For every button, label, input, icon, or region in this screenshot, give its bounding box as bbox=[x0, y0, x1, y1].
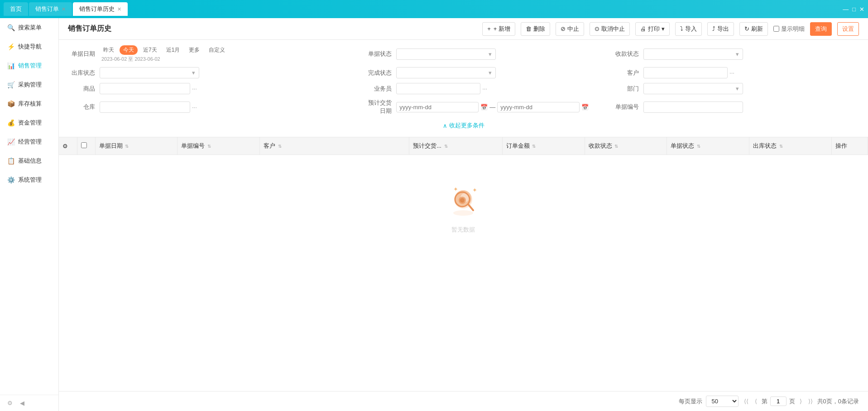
page-label: 页 bbox=[789, 397, 795, 406]
select-all-checkbox[interactable] bbox=[81, 142, 87, 148]
date-tab-last-month[interactable]: 近1月 bbox=[163, 45, 184, 55]
sort-bill-status-icon[interactable]: ⇅ bbox=[697, 144, 700, 149]
warehouse-input[interactable] bbox=[100, 102, 190, 113]
import-icon: ⤵ bbox=[680, 25, 683, 32]
th-operation: 操作 bbox=[832, 137, 868, 155]
close-btn[interactable]: ✕ bbox=[859, 6, 864, 13]
next-page-btn[interactable]: ⟩ bbox=[798, 397, 804, 406]
date-label: 单据日期 bbox=[68, 50, 100, 58]
sidebar-item-search-menu[interactable]: 🔍 搜索菜单 bbox=[0, 18, 58, 37]
display-toggle[interactable]: 显示明细 bbox=[773, 25, 805, 33]
out-status-select[interactable]: ▾ bbox=[100, 67, 199, 78]
import-button[interactable]: ⤵ 导入 bbox=[675, 22, 702, 36]
sidebar-item-purchase-mgmt[interactable]: 🛒 采购管理 bbox=[0, 75, 58, 94]
customer-picker-btn[interactable]: ··· bbox=[729, 69, 734, 76]
th-settings[interactable]: ⚙ bbox=[59, 137, 77, 155]
sort-customer-icon[interactable]: ⇅ bbox=[278, 144, 282, 149]
refresh-button[interactable]: ↻ 刷新 bbox=[739, 22, 768, 36]
operations-icon: 📈 bbox=[7, 138, 14, 145]
cancel-stop-button[interactable]: ⊙ 取消中止 bbox=[590, 22, 630, 36]
delivery-date-from[interactable] bbox=[396, 102, 479, 112]
customer-input[interactable] bbox=[643, 67, 728, 78]
delivery-date-from-calendar[interactable]: 📅 bbox=[480, 104, 488, 111]
settings-button[interactable]: 设置 bbox=[837, 22, 859, 36]
delete-button[interactable]: 🗑 删除 bbox=[521, 22, 550, 36]
goods-picker-btn[interactable]: ··· bbox=[192, 85, 197, 92]
sidebar-item-operations[interactable]: 📈 经营管理 bbox=[0, 132, 58, 151]
warehouse-picker-btn[interactable]: ··· bbox=[192, 104, 197, 111]
delivery-date-to[interactable] bbox=[497, 102, 580, 112]
svg-point-5 bbox=[460, 198, 465, 203]
page-size-select[interactable]: 50 10 20 100 bbox=[706, 396, 739, 407]
receipt-status-select[interactable]: ▾ bbox=[643, 48, 743, 60]
prev-page-btn[interactable]: ⟨ bbox=[753, 397, 759, 406]
sidebar-item-sales-mgmt[interactable]: 📊 销售管理 bbox=[0, 56, 58, 75]
print-button[interactable]: 🖨 打印 ▾ bbox=[635, 22, 670, 36]
sort-bill-no-icon[interactable]: ⇅ bbox=[207, 144, 211, 149]
bill-status-label: 单据状态 bbox=[364, 50, 396, 58]
new-button[interactable]: + + 新增 bbox=[482, 22, 515, 36]
dept-label: 部门 bbox=[612, 85, 643, 93]
filter-area: 单据日期 昨天 今天 近7天 近1月 更多 自定义 2023-06-02 至 2… bbox=[59, 40, 868, 137]
sort-date-icon[interactable]: ⇅ bbox=[125, 144, 129, 149]
customer-label: 客户 bbox=[612, 69, 643, 77]
collapse-button[interactable]: ∧ 收起更多条件 bbox=[443, 120, 484, 131]
sidebar-item-sys-mgmt[interactable]: ⚙️ 系统管理 bbox=[0, 170, 58, 189]
dept-select[interactable]: ▾ bbox=[643, 83, 743, 94]
date-tab-custom[interactable]: 自定义 bbox=[205, 45, 229, 55]
page-number-input[interactable] bbox=[770, 396, 786, 406]
display-detail-checkbox[interactable] bbox=[773, 26, 779, 32]
tab-sales-history[interactable]: 销售订单历史 ✕ bbox=[73, 2, 128, 16]
date-tab-yesterday[interactable]: 昨天 bbox=[100, 45, 118, 55]
sort-out-status-icon[interactable]: ⇅ bbox=[779, 144, 783, 149]
main-content: 销售订单历史 + + 新增 🗑 删除 ⊘ 中止 ⊙ 取消中止 bbox=[59, 18, 868, 411]
th-check[interactable] bbox=[77, 137, 95, 155]
first-page-btn[interactable]: ⟨⟨ bbox=[742, 397, 750, 406]
date-tab-today[interactable]: 今天 bbox=[120, 45, 138, 55]
delete-icon: 🗑 bbox=[526, 25, 532, 32]
sidebar-item-quick-nav[interactable]: ⚡ 快捷导航 bbox=[0, 37, 58, 56]
print-icon: 🖨 bbox=[640, 25, 646, 32]
receipt-status-dropdown-icon: ▾ bbox=[736, 51, 739, 58]
date-tab-last7[interactable]: 近7天 bbox=[139, 45, 161, 55]
export-icon: ⤴ bbox=[712, 25, 715, 32]
filter-row-3: 商品 ··· 业务员 ··· 部门 ▾ bbox=[68, 83, 859, 94]
bill-no-input[interactable] bbox=[643, 102, 743, 113]
complete-status-label: 完成状态 bbox=[364, 69, 396, 77]
salesperson-input[interactable] bbox=[396, 83, 480, 94]
sort-receipt-status-icon[interactable]: ⇅ bbox=[614, 144, 618, 149]
sort-delivery-icon[interactable]: ⇅ bbox=[444, 144, 448, 149]
sidebar-collapse-icon[interactable]: ◀ bbox=[20, 400, 24, 406]
empty-state: ✦ ✦ 暂无数据 bbox=[59, 155, 868, 261]
goods-input[interactable] bbox=[100, 83, 190, 94]
complete-status-select[interactable]: ▾ bbox=[396, 67, 496, 78]
sort-amount-icon[interactable]: ⇅ bbox=[532, 144, 536, 149]
sidebar-settings-icon[interactable]: ⚙ bbox=[7, 400, 13, 406]
th-receipt-status: 收款状态 ⇅ bbox=[585, 137, 667, 155]
collapse-icon: ∧ bbox=[443, 122, 447, 129]
tab-home[interactable]: 首页 bbox=[4, 2, 28, 16]
minimize-btn[interactable]: — bbox=[843, 6, 849, 13]
sidebar-item-inventory[interactable]: 📦 库存核算 bbox=[0, 94, 58, 113]
tab-sales-order[interactable]: 销售订单 ✕ bbox=[29, 2, 72, 16]
sidebar-bottom: ⚙ ◀ bbox=[0, 395, 58, 411]
page-title: 销售订单历史 bbox=[68, 24, 482, 34]
filter-collapse-row: ∧ 收起更多条件 bbox=[68, 120, 859, 131]
close-tab-sales-history[interactable]: ✕ bbox=[117, 6, 121, 12]
query-button[interactable]: 查询 bbox=[810, 22, 832, 36]
export-button[interactable]: ⤴ 导出 bbox=[707, 22, 734, 36]
sidebar-item-finance[interactable]: 💰 资金管理 bbox=[0, 113, 58, 132]
close-tab-sales-order[interactable]: ✕ bbox=[62, 6, 66, 12]
bill-status-select[interactable]: ▾ bbox=[396, 48, 496, 60]
stop-button[interactable]: ⊘ 中止 bbox=[556, 22, 584, 36]
warehouse-label: 仓库 bbox=[68, 103, 100, 111]
delivery-date-to-calendar[interactable]: 📅 bbox=[581, 104, 589, 111]
th-out-status: 出库状态 ⇅ bbox=[749, 137, 832, 155]
quick-nav-icon: ⚡ bbox=[7, 43, 14, 50]
date-tab-more[interactable]: 更多 bbox=[185, 45, 203, 55]
sidebar-item-base-info[interactable]: 📋 基础信息 bbox=[0, 151, 58, 170]
dept-dropdown-icon: ▾ bbox=[736, 85, 739, 92]
maximize-btn[interactable]: □ bbox=[852, 6, 856, 13]
salesperson-picker-btn[interactable]: ··· bbox=[482, 85, 487, 92]
last-page-btn[interactable]: ⟩⟩ bbox=[806, 397, 815, 406]
